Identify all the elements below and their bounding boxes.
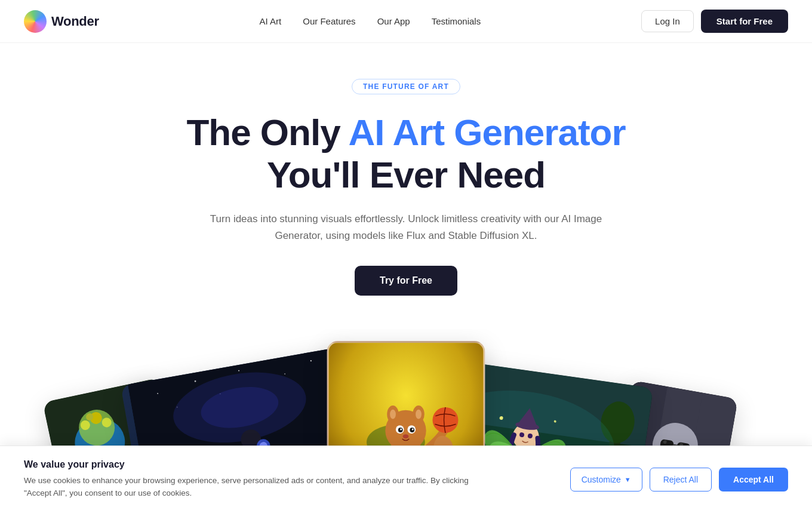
hero-section: THE FUTURE OF ART The Only AI Art Genera… — [0, 43, 812, 513]
accept-all-button[interactable]: Accept All — [719, 468, 788, 492]
login-button[interactable]: Log In — [641, 10, 694, 32]
svg-point-40 — [403, 434, 409, 438]
customize-button[interactable]: Customize ▼ — [570, 468, 642, 492]
nav-links: AI Art Our Features Our App Testimonials — [260, 16, 481, 26]
svg-point-42 — [432, 407, 458, 433]
nav-item-testimonials[interactable]: Testimonials — [432, 16, 481, 26]
svg-point-32 — [390, 410, 396, 419]
customize-label: Customize — [582, 475, 621, 484]
hero-title-line2: You'll Ever Need — [267, 154, 545, 195]
nav-actions: Log In Start for Free — [641, 10, 788, 33]
cookie-text-block: We value your privacy We use cookies to … — [24, 459, 558, 500]
reject-all-button[interactable]: Reject All — [650, 468, 712, 492]
hero-subtitle: Turn ideas into stunning visuals effortl… — [203, 211, 609, 244]
cookie-description: We use cookies to enhance your browsing … — [24, 475, 478, 500]
nav-item-ai-art[interactable]: AI Art — [260, 16, 282, 26]
hero-title-blue: AI Art Generator — [349, 112, 626, 153]
nav-item-app[interactable]: Our App — [377, 16, 410, 26]
logo-icon — [24, 10, 47, 33]
cookie-title: We value your privacy — [24, 459, 558, 470]
svg-point-33 — [416, 410, 422, 419]
hero-title-plain: The Only — [186, 112, 348, 153]
try-for-free-button[interactable]: Try for Free — [355, 266, 457, 296]
cookie-banner: We value your privacy We use cookies to … — [0, 446, 812, 513]
brand-logo[interactable]: Wonder — [24, 10, 99, 33]
brand-name: Wonder — [51, 14, 99, 29]
hero-badge: THE FUTURE OF ART — [352, 79, 460, 94]
navbar: Wonder AI Art Our Features Our App Testi… — [0, 0, 812, 43]
nav-item-features[interactable]: Our Features — [303, 16, 355, 26]
cookie-actions: Customize ▼ Reject All Accept All — [570, 468, 788, 492]
svg-point-39 — [412, 428, 414, 430]
hero-title: The Only AI Art Generator You'll Ever Ne… — [12, 111, 800, 196]
start-for-free-button[interactable]: Start for Free — [701, 10, 788, 33]
svg-point-38 — [400, 428, 402, 430]
chevron-down-icon: ▼ — [625, 476, 631, 483]
